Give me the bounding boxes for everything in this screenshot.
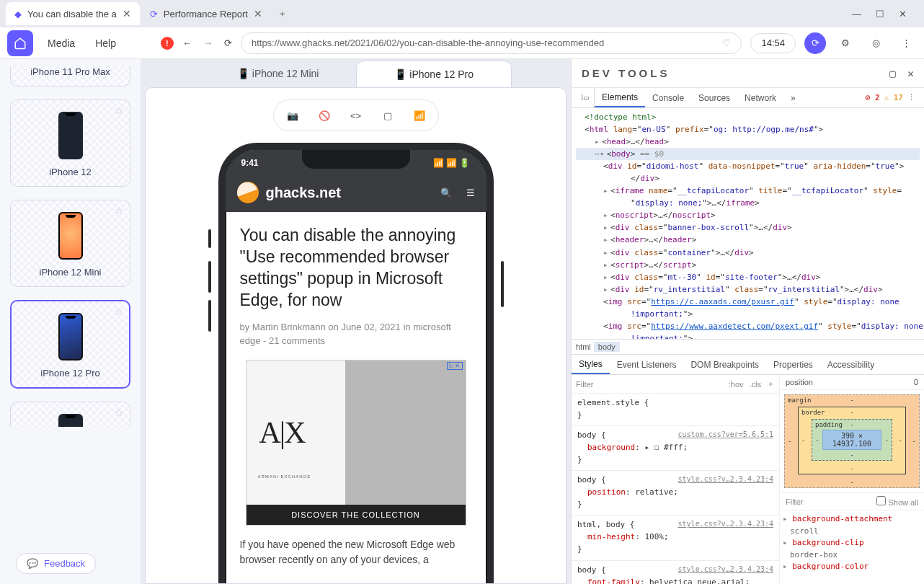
tab-accessibility[interactable]: Accessibility bbox=[820, 355, 881, 374]
help-menu[interactable]: Help bbox=[89, 37, 122, 49]
computed-props[interactable]: ▸ background-attachmentscroll▸ backgroun… bbox=[780, 510, 924, 584]
browser-tab-2[interactable]: ⟳ Performance Report ✕ bbox=[141, 2, 271, 25]
ad-sub: ARMANI EXCHANGE bbox=[246, 474, 311, 479]
selected-node[interactable]: ⋯▾<body> == $0 bbox=[576, 148, 920, 160]
wifi-icon[interactable]: 📶 bbox=[404, 103, 435, 128]
error-badge[interactable]: ! bbox=[161, 37, 174, 50]
tab-event-listeners[interactable]: Event Listeners bbox=[610, 355, 684, 374]
home-button[interactable] bbox=[7, 30, 33, 56]
action-pill: 📷 🚫 <> ▢ 📶 bbox=[273, 99, 439, 131]
camera-icon[interactable]: 📷 bbox=[277, 103, 308, 128]
maximize-icon[interactable]: ☐ bbox=[876, 9, 884, 19]
hov-toggle[interactable]: :hov bbox=[729, 380, 744, 389]
star-icon[interactable]: ☆ bbox=[115, 205, 124, 216]
device-label: iPhone 12 Mini bbox=[11, 267, 130, 278]
kebab-icon[interactable]: ⋮ bbox=[907, 93, 915, 102]
status-icons: 📶 📶 🔋 bbox=[433, 158, 471, 168]
tab-console[interactable]: Console bbox=[645, 88, 691, 107]
cls-toggle[interactable]: .cls bbox=[750, 380, 762, 389]
new-rule-icon[interactable]: ＋ bbox=[767, 379, 775, 389]
time-display: 14:54 bbox=[750, 33, 796, 53]
ad-brand: A|X bbox=[246, 415, 305, 450]
position-label: position bbox=[786, 378, 813, 386]
breadcrumb[interactable]: html body bbox=[572, 339, 924, 355]
close-icon[interactable]: ✕ bbox=[123, 8, 131, 19]
error-count[interactable]: ⊘ 2 bbox=[866, 93, 880, 102]
devtools-titlebar: DEV TOOLS ▢ ✕ bbox=[572, 59, 924, 88]
position-val: 0 bbox=[914, 378, 918, 386]
show-all-checkbox[interactable] bbox=[876, 496, 886, 505]
close-window-icon[interactable]: ✕ bbox=[899, 9, 907, 19]
computed-pane: position 0 0 margin ---- border ---- pad… bbox=[780, 375, 924, 584]
media-menu[interactable]: Media bbox=[42, 37, 81, 49]
star-icon[interactable]: ☆ bbox=[114, 306, 123, 317]
app-icon[interactable]: ⟳ bbox=[804, 32, 826, 54]
computed-filter[interactable]: Filter bbox=[786, 497, 803, 506]
device-card[interactable]: ☆ iPhone 12 bbox=[10, 99, 130, 187]
tab-properties[interactable]: Properties bbox=[766, 355, 820, 374]
forward-button[interactable]: → bbox=[203, 37, 213, 48]
tab-network[interactable]: Network bbox=[737, 88, 783, 107]
filter-input[interactable]: Filter bbox=[576, 380, 593, 389]
phone-frame: 9:41 📶 📶 🔋 ghacks.net 🔍 ☰ You can disabl… bbox=[218, 143, 494, 584]
preview-tab-active[interactable]: 📱 iPhone 12 Pro bbox=[356, 61, 512, 87]
new-tab-button[interactable]: ＋ bbox=[272, 4, 293, 24]
tab-styles[interactable]: Styles bbox=[572, 355, 610, 374]
feedback-button[interactable]: 💬 Feedback bbox=[16, 553, 96, 574]
window-tab-strip: ◆ You can disable the a ✕ ⟳ Performance … bbox=[0, 0, 924, 27]
tab-title: Performance Report bbox=[164, 9, 248, 19]
close-icon[interactable]: ✕ bbox=[254, 8, 262, 19]
device-card[interactable]: ☆ bbox=[10, 402, 130, 427]
back-button[interactable]: ← bbox=[182, 37, 192, 48]
tab-title: You can disable the a bbox=[27, 9, 117, 19]
gear-icon[interactable]: ⚙ bbox=[835, 32, 856, 54]
browser-tab-1[interactable]: ◆ You can disable the a ✕ bbox=[6, 2, 140, 25]
warn-count[interactable]: ⚠ 17 bbox=[884, 93, 904, 102]
devtools-tabs: ⁞▭ Elements Console Sources Network » ⊘ … bbox=[572, 88, 924, 108]
target-icon[interactable]: ◎ bbox=[865, 32, 887, 54]
device-card-selected[interactable]: ☆ iPhone 12 Pro bbox=[10, 300, 130, 389]
tab-dom-breakpoints[interactable]: DOM Breakpoints bbox=[683, 355, 766, 374]
site-header: ghacks.net 🔍 ☰ bbox=[226, 176, 487, 212]
block-icon[interactable]: 🚫 bbox=[308, 103, 340, 128]
search-icon[interactable]: 🔍 bbox=[440, 187, 452, 198]
crumb-html[interactable]: html bbox=[576, 342, 591, 351]
reload-button[interactable]: ⟳ bbox=[224, 37, 232, 48]
styles-rules[interactable]: Filter :hov .cls ＋ element.style {}custo… bbox=[572, 375, 780, 584]
code-icon[interactable]: <> bbox=[340, 103, 372, 128]
star-icon[interactable]: ☆ bbox=[115, 407, 124, 418]
star-icon[interactable]: ☆ bbox=[115, 105, 124, 116]
box-model[interactable]: 0 margin ---- border ---- padding ---- 3… bbox=[780, 390, 924, 492]
feedback-label: Feedback bbox=[44, 558, 85, 569]
device-card[interactable]: iPhone 11 Pro Max bbox=[10, 66, 130, 87]
phone-thumb-icon bbox=[58, 212, 83, 260]
article-body: If you have opened the new Microsoft Edg… bbox=[240, 537, 472, 567]
phone-thumb-icon bbox=[58, 313, 83, 360]
tab-elements[interactable]: Elements bbox=[595, 88, 645, 107]
hamburger-icon[interactable]: ☰ bbox=[466, 187, 475, 198]
preview-area: 📱 iPhone 12 Mini 📱 iPhone 12 Pro 📷 🚫 <> … bbox=[141, 59, 571, 584]
minimize-icon[interactable]: — bbox=[852, 9, 861, 19]
kebab-icon[interactable]: ⋮ bbox=[895, 32, 917, 54]
crumb-body[interactable]: body bbox=[594, 342, 620, 352]
close-devtools-icon[interactable]: ✕ bbox=[907, 67, 914, 80]
article-meta: by Martin Brinkmann on June 02, 2021 in … bbox=[240, 320, 472, 348]
video-icon[interactable]: ▢ bbox=[372, 103, 404, 128]
inspect-icon[interactable]: ⁞▭ bbox=[576, 88, 595, 107]
heart-icon[interactable]: ♡ bbox=[722, 37, 731, 48]
site-name: ghacks.net bbox=[266, 185, 433, 201]
ad-badge[interactable]: ▷ ✕ bbox=[447, 362, 462, 370]
dom-tree[interactable]: <!doctype html> <html lang="en-US" prefi… bbox=[572, 108, 924, 339]
url-bar[interactable]: https://www.ghacks.net/2021/06/02/you-ca… bbox=[241, 32, 742, 54]
device-sidebar: iPhone 11 Pro Max ☆ iPhone 12 ☆ iPhone 1… bbox=[0, 59, 141, 584]
devtools-panel: DEV TOOLS ▢ ✕ ⁞▭ Elements Console Source… bbox=[571, 59, 924, 584]
ad-block[interactable]: ▷ ✕ A|X ARMANI EXCHANGE DISCOVER THE COL… bbox=[246, 360, 466, 526]
site-logo-icon bbox=[237, 182, 259, 203]
ad-cta[interactable]: DISCOVER THE COLLECTION bbox=[246, 505, 466, 525]
window-controls: — ☐ ✕ bbox=[852, 9, 918, 19]
device-card[interactable]: ☆ iPhone 12 Mini bbox=[10, 200, 130, 287]
preview-tab[interactable]: 📱 iPhone 12 Mini bbox=[200, 61, 357, 87]
tab-more-icon[interactable]: » bbox=[783, 88, 803, 107]
dock-icon[interactable]: ▢ bbox=[889, 67, 896, 80]
tab-sources[interactable]: Sources bbox=[691, 88, 737, 107]
